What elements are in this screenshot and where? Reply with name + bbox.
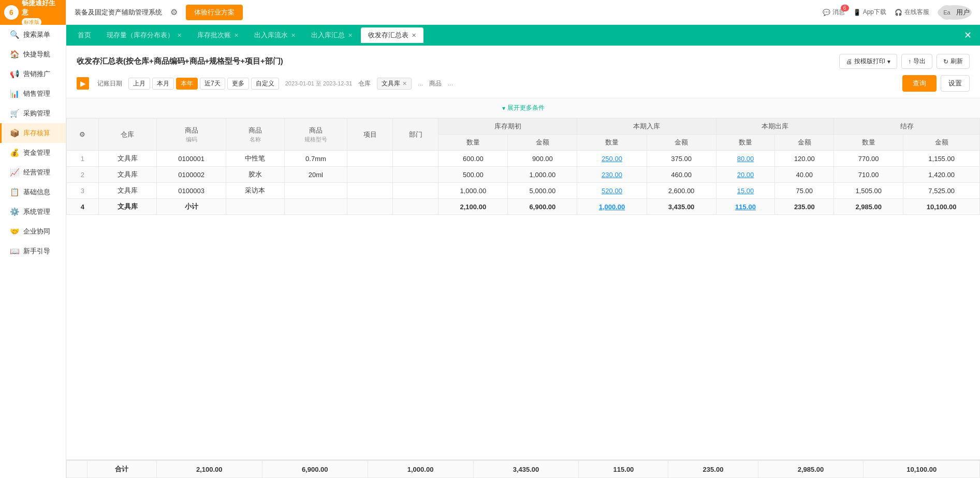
date-btn-custom[interactable]: 自定义 <box>251 78 279 90</box>
subtotal-in-qty[interactable]: 1,000.00 <box>577 199 647 215</box>
row-opening-amt: 1,000.00 <box>508 167 577 183</box>
system-title: 装备及固定资产辅助管理系统 <box>75 8 162 17</box>
sidebar-item-search[interactable]: 🔍 搜索菜单 <box>0 25 66 45</box>
sidebar-item-marketing[interactable]: 📢 营销推广 <box>0 64 66 84</box>
warehouse-more-btn[interactable]: ... <box>418 80 423 87</box>
row-out-qty-link[interactable]: 80.00 <box>716 151 775 167</box>
date-btn-more[interactable]: 更多 <box>227 78 249 90</box>
row-spec <box>284 183 347 199</box>
warehouse-tag-close[interactable]: ✕ <box>402 80 407 87</box>
sidebar-item-finance[interactable]: 💰 资金管理 <box>0 143 66 163</box>
col-opening-header: 库存期初 <box>438 119 577 135</box>
total-closing-amt: 10,100.00 <box>864 461 980 478</box>
subtotal-col4 <box>226 199 284 215</box>
subtotal-row: 4 文具库 小计 2,100.00 6,900.00 1,000.00 3,43… <box>67 199 980 215</box>
finance-icon: 💰 <box>10 148 19 157</box>
refresh-button[interactable]: ↻ 刷新 <box>937 54 970 69</box>
operation-icon: 📈 <box>10 168 19 177</box>
total-table: 合计 2,100.00 6,900.00 1,000.00 3,435.00 1… <box>66 460 980 478</box>
sidebar-item-inventory[interactable]: 📦 库存核算 <box>0 123 66 143</box>
row-in-amt: 375.00 <box>647 151 716 167</box>
sidebar-item-guide[interactable]: 📖 新手引导 <box>0 241 66 261</box>
row-in-qty-link[interactable]: 250.00 <box>577 151 647 167</box>
tab-stock-dist[interactable]: 现存量（库存分布表） ✕ <box>99 27 189 43</box>
sidebar-item-quick-nav[interactable]: 🏠 快捷导航 <box>0 45 66 64</box>
row-project <box>347 151 393 167</box>
row-out-qty-link[interactable]: 20.00 <box>716 167 775 183</box>
total-out-amt: 235.00 <box>668 461 758 478</box>
tab-batch[interactable]: 库存批次账 ✕ <box>190 27 246 43</box>
table-wrap: ⚙ 仓库 商品编码 商品名称 商品规格型号 项目 部门 库存期初 本期入库 本期… <box>66 118 980 459</box>
date-btn-this-year[interactable]: 本年 <box>176 78 198 90</box>
tab-close-summary[interactable]: ✕ <box>348 32 353 39</box>
page-actions: 🖨 按模版打印 ▾ ↑ 导出 ↻ 刷新 <box>839 54 970 69</box>
row-out-amt: 75.00 <box>775 183 834 199</box>
total-col-check <box>67 461 87 478</box>
subtotal-col5 <box>284 199 347 215</box>
main-area: 装备及固定资产辅助管理系统 ⚙ 体验行业方案 💬 消息 6 📱 App下载 🎧 … <box>66 0 980 478</box>
setting-button[interactable]: 设置 <box>941 75 970 92</box>
date-btn-last-month[interactable]: 上月 <box>128 78 150 90</box>
row-in-amt: 2,600.00 <box>647 183 716 199</box>
marketing-icon: 📢 <box>10 69 19 79</box>
tab-flow[interactable]: 出入库流水 ✕ <box>247 27 303 43</box>
row-out-qty-link[interactable]: 15.00 <box>716 183 775 199</box>
sidebar-item-corp[interactable]: 🤝 企业协同 <box>0 222 66 241</box>
product-more-btn[interactable]: ... <box>448 80 453 87</box>
expand-row: ▾ 展开更多条件 <box>66 98 980 118</box>
row-opening-qty: 1,000.00 <box>438 183 508 199</box>
subtotal-label: 小计 <box>157 199 226 215</box>
filter-toggle-button[interactable]: ▶ <box>77 77 89 90</box>
sales-icon: 📊 <box>10 89 19 98</box>
tab-summary[interactable]: 出入库汇总 ✕ <box>304 27 360 43</box>
close-tab-area-button[interactable]: ✕ <box>960 30 976 41</box>
message-button[interactable]: 💬 消息 6 <box>823 8 845 17</box>
sidebar-item-operation[interactable]: 📈 经营管理 <box>0 163 66 182</box>
sidebar-item-sales[interactable]: 📊 销售管理 <box>0 84 66 104</box>
subtotal-out-amt: 235.00 <box>775 199 834 215</box>
gear-button[interactable]: ⚙ <box>170 7 178 17</box>
app-download-button[interactable]: 📱 App下载 <box>853 8 886 17</box>
sidebar-item-purchase[interactable]: 🛒 采购管理 <box>0 104 66 123</box>
row-in-qty-link[interactable]: 230.00 <box>577 167 647 183</box>
col-settings-header[interactable]: ⚙ <box>67 119 99 151</box>
date-btn-7days[interactable]: 近7天 <box>200 78 225 90</box>
date-buttons: 上月 本月 本年 近7天 更多 自定义 <box>128 78 279 90</box>
tab-close-flow[interactable]: ✕ <box>291 32 296 39</box>
col-out-header: 本期出库 <box>716 119 834 135</box>
tab-recv-send[interactable]: 收发存汇总表 ✕ <box>361 27 423 43</box>
row-name: 胶水 <box>226 167 284 183</box>
subtotal-col6 <box>347 199 393 215</box>
row-opening-amt: 900.00 <box>508 151 577 167</box>
row-no: 1 <box>67 151 99 167</box>
row-project <box>347 167 393 183</box>
tab-close-stock-dist[interactable]: ✕ <box>177 32 182 39</box>
date-btn-this-month[interactable]: 本月 <box>152 78 174 90</box>
total-in-qty: 1,000.00 <box>368 461 473 478</box>
online-service-button[interactable]: 🎧 在线客服 <box>895 8 929 17</box>
sidebar-item-basic[interactable]: 📋 基础信息 <box>0 182 66 202</box>
col-project-header: 项目 <box>347 119 393 151</box>
filter-bar: ▶ 记账日期 上月 本月 本年 近7天 更多 自定义 2023-01-01 至 … <box>66 69 980 98</box>
export-button[interactable]: ↑ 导出 <box>901 54 932 69</box>
avatar-image: Ea <box>940 5 954 20</box>
row-dept <box>393 167 438 183</box>
top-header: 装备及固定资产辅助管理系统 ⚙ 体验行业方案 💬 消息 6 📱 App下载 🎧 … <box>66 0 980 25</box>
try-industry-button[interactable]: 体验行业方案 <box>186 5 243 20</box>
warehouse-tag[interactable]: 文具库 ✕ <box>377 78 412 90</box>
print-button[interactable]: 🖨 按模版打印 ▾ <box>839 54 897 69</box>
query-button[interactable]: 查询 <box>902 75 937 92</box>
tab-close-recv-send[interactable]: ✕ <box>412 32 416 39</box>
product-label: 商品 <box>429 79 442 88</box>
sidebar-nav: 🔍 搜索菜单 🏠 快捷导航 📢 营销推广 📊 销售管理 🛒 采购管理 📦 库存核… <box>0 25 66 478</box>
expand-conditions-button[interactable]: ▾ 展开更多条件 <box>502 102 545 114</box>
subtotal-out-qty[interactable]: 115.00 <box>716 199 775 215</box>
main-table: ⚙ 仓库 商品编码 商品名称 商品规格型号 项目 部门 库存期初 本期入库 本期… <box>66 118 980 215</box>
avatar[interactable]: Ea 用户 <box>938 5 972 20</box>
tab-close-batch[interactable]: ✕ <box>234 32 239 39</box>
row-in-qty-link[interactable]: 520.00 <box>577 183 647 199</box>
subtotal-col7 <box>393 199 438 215</box>
tab-home[interactable]: 首页 <box>70 27 98 43</box>
sidebar-item-system[interactable]: ⚙️ 系统管理 <box>0 202 66 222</box>
row-code: 0100001 <box>157 151 226 167</box>
